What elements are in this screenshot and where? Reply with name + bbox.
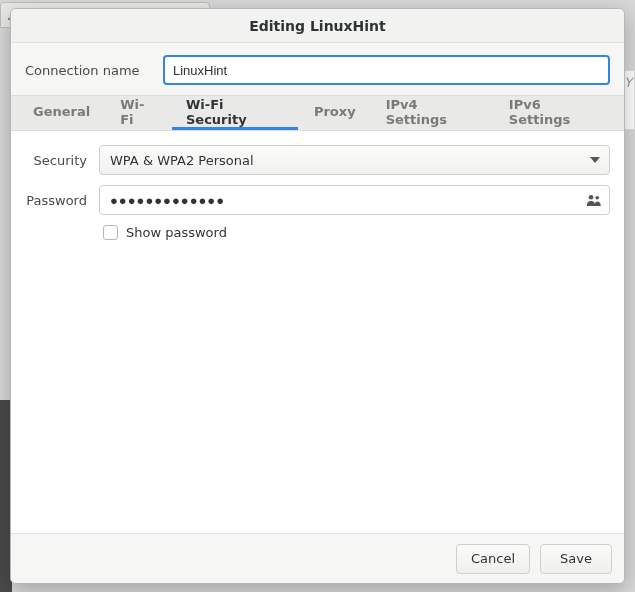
connection-name-label: Connection name	[25, 63, 153, 78]
security-select[interactable]: WPA & WPA2 Personal	[99, 145, 610, 175]
security-selected-value: WPA & WPA2 Personal	[110, 153, 254, 168]
tab-general[interactable]: General	[19, 96, 104, 130]
show-password-label: Show password	[126, 225, 227, 240]
tab-panel-wifi-security: Security WPA & WPA2 Personal Password	[11, 131, 624, 533]
security-row: Security WPA & WPA2 Personal	[25, 145, 610, 175]
dialog-title: Editing LinuxHint	[249, 18, 386, 34]
tab-ipv6-settings[interactable]: IPv6 Settings	[495, 96, 616, 130]
users-icon[interactable]	[586, 194, 602, 206]
password-label: Password	[25, 193, 89, 208]
password-input[interactable]	[99, 185, 610, 215]
tab-wifi[interactable]: Wi-Fi	[106, 96, 170, 130]
dialog-footer: Cancel Save	[11, 533, 624, 583]
connection-name-row: Connection name	[11, 43, 624, 95]
show-password-row: Show password	[103, 225, 610, 240]
edit-connection-dialog: Editing LinuxHint Connection name Genera…	[10, 8, 625, 584]
show-password-checkbox[interactable]	[103, 225, 118, 240]
cancel-button[interactable]: Cancel	[456, 544, 530, 574]
security-select-wrap: WPA & WPA2 Personal	[99, 145, 610, 175]
settings-tabs: General Wi-Fi Wi-Fi Security Proxy IPv4 …	[11, 95, 624, 131]
security-label: Security	[25, 153, 89, 168]
tab-wifi-security[interactable]: Wi-Fi Security	[172, 96, 298, 130]
password-row: Password	[25, 185, 610, 215]
svg-point-1	[595, 196, 599, 200]
connection-name-input[interactable]	[163, 55, 610, 85]
tab-proxy[interactable]: Proxy	[300, 96, 370, 130]
save-button[interactable]: Save	[540, 544, 612, 574]
tab-ipv4-settings[interactable]: IPv4 Settings	[372, 96, 493, 130]
password-input-wrap	[99, 185, 610, 215]
svg-point-0	[589, 195, 594, 200]
dialog-titlebar: Editing LinuxHint	[11, 9, 624, 43]
